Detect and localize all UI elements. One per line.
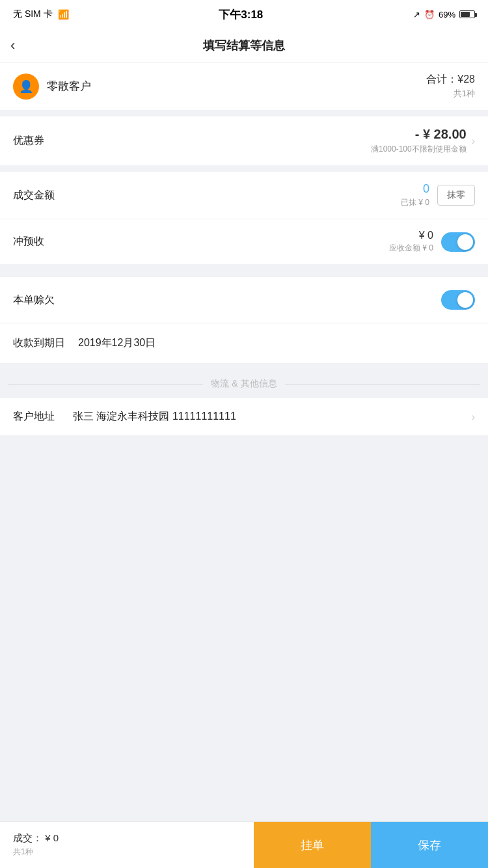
bottom-deal-label: 成交： xyxy=(13,832,42,843)
bottom-deal-value: ¥ 0 xyxy=(45,832,59,843)
customer-right: 合计：¥28 共1种 xyxy=(426,73,475,100)
debt-toggle-knob xyxy=(457,292,473,308)
separator-2 xyxy=(0,264,488,271)
status-right: ↗ ⏰ 69% xyxy=(413,10,475,20)
debt-section: 本单赊欠 收款到期日 2019年12月30日 xyxy=(0,277,488,363)
advance-toggle[interactable] xyxy=(441,232,475,252)
debt-row: 本单赊欠 xyxy=(0,277,488,323)
chevron-right-icon: › xyxy=(472,135,475,147)
hang-button-label: 挂单 xyxy=(301,837,324,853)
advance-toggle-knob xyxy=(457,234,473,250)
advance-payment-row: 冲预收 ¥ 0 应收金额 ¥ 0 xyxy=(0,219,488,264)
nav-title: 填写结算等信息 xyxy=(203,38,285,53)
separator-1 xyxy=(0,165,488,172)
status-left: 无 SIM 卡 📶 xyxy=(13,8,69,20)
amount-stack: 0 已抹 ¥ 0 xyxy=(401,182,429,208)
sim-label: 无 SIM 卡 xyxy=(13,8,53,20)
address-label: 客户地址 xyxy=(13,410,65,424)
logistics-line-right xyxy=(285,384,480,385)
nav-bar: ‹ 填写结算等信息 xyxy=(0,29,488,62)
round-zero-button[interactable]: 抹零 xyxy=(437,185,475,206)
due-date-label: 收款到期日 xyxy=(13,336,65,350)
coupon-value-stack: - ¥ 28.00 满1000-100不限制使用金额 xyxy=(371,127,467,155)
bottom-spacer xyxy=(0,435,488,552)
status-time: 下午3:18 xyxy=(219,7,263,22)
address-row[interactable]: 客户地址 张三 海淀永丰科技园 11111111111 › xyxy=(0,398,488,435)
address-section: 客户地址 张三 海淀永丰科技园 11111111111 › xyxy=(0,398,488,435)
wifi-icon: 📶 xyxy=(58,9,69,20)
status-bar: 无 SIM 卡 📶 下午3:18 ↗ ⏰ 69% xyxy=(0,0,488,29)
debt-label: 本单赊欠 xyxy=(13,293,55,307)
save-button-label: 保存 xyxy=(418,837,441,853)
advance-amount: ¥ 0 xyxy=(389,230,433,241)
customer-name: 零散客户 xyxy=(47,79,91,94)
address-value: 张三 海淀永丰科技园 11111111111 xyxy=(73,410,464,424)
transaction-amount-value: 0 xyxy=(401,182,429,196)
customer-section: 👤 零散客户 合计：¥28 共1种 xyxy=(0,62,488,110)
address-chevron-right-icon: › xyxy=(472,411,475,423)
coupon-description: 满1000-100不限制使用金额 xyxy=(371,144,467,155)
due-date-row[interactable]: 收款到期日 2019年12月30日 xyxy=(0,323,488,363)
bottom-info: 成交： ¥ 0 共1种 xyxy=(0,822,254,868)
form-section: 成交金额 0 已抹 ¥ 0 抹零 冲预收 ¥ 0 应收金额 ¥ 0 xyxy=(0,172,488,264)
coupon-discount: - ¥ 28.00 xyxy=(371,127,467,142)
location-icon: ↗ xyxy=(413,10,420,20)
alarm-icon: ⏰ xyxy=(424,10,435,20)
logistics-line-left xyxy=(8,384,203,385)
total-amount: 合计：¥28 xyxy=(426,73,475,87)
bottom-deal-amount: 成交： ¥ 0 xyxy=(13,832,241,845)
already-rounded-label: 已抹 ¥ 0 xyxy=(401,197,429,208)
battery-percent: 69% xyxy=(439,10,455,20)
advance-stack: ¥ 0 应收金额 ¥ 0 xyxy=(389,230,433,254)
customer-avatar: 👤 xyxy=(13,74,39,100)
receivable-label: 应收金额 ¥ 0 xyxy=(389,243,433,254)
total-count: 共1种 xyxy=(426,88,475,100)
bottom-bar: 成交： ¥ 0 共1种 挂单 保存 xyxy=(0,821,488,868)
transaction-amount-label: 成交金额 xyxy=(13,189,55,202)
debt-toggle[interactable] xyxy=(441,290,475,310)
content: 👤 零散客户 合计：¥28 共1种 优惠券 - ¥ 28.00 满1000-10… xyxy=(0,62,488,552)
advance-label: 冲预收 xyxy=(13,235,44,249)
transaction-amount-group: 0 已抹 ¥ 0 抹零 xyxy=(401,182,475,208)
coupon-section[interactable]: 优惠券 - ¥ 28.00 满1000-100不限制使用金额 › xyxy=(0,116,488,165)
logistics-label: 物流 & 其他信息 xyxy=(211,378,277,390)
advance-value-group: ¥ 0 应收金额 ¥ 0 xyxy=(389,230,475,254)
bottom-count: 共1种 xyxy=(13,847,241,858)
battery-icon xyxy=(459,10,475,18)
coupon-right: - ¥ 28.00 满1000-100不限制使用金额 › xyxy=(371,127,475,155)
coupon-label: 优惠券 xyxy=(13,134,44,148)
save-button[interactable]: 保存 xyxy=(371,822,488,868)
due-date-value: 2019年12月30日 xyxy=(78,336,156,350)
customer-left: 👤 零散客户 xyxy=(13,74,91,100)
transaction-amount-row: 成交金额 0 已抹 ¥ 0 抹零 xyxy=(0,172,488,219)
back-button[interactable]: ‹ xyxy=(10,37,15,54)
logistics-divider: 物流 & 其他信息 xyxy=(0,370,488,398)
hang-button[interactable]: 挂单 xyxy=(254,822,371,868)
person-icon: 👤 xyxy=(19,79,33,94)
